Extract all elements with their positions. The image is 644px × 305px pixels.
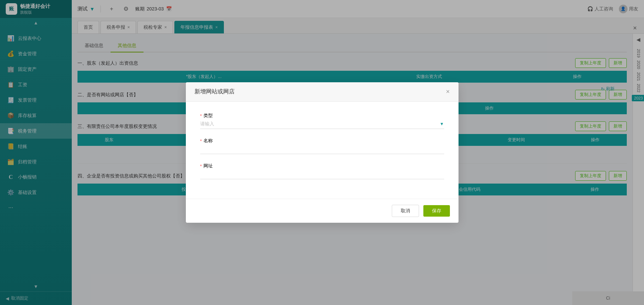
modal-title: 新增网站或网店 — [194, 88, 235, 96]
modal-overlay: 新增网站或网店 × * 类型 ▼ * 名称 — [0, 0, 644, 305]
form-row-type: * 类型 ▼ — [200, 112, 444, 129]
cancel-button[interactable]: 取消 — [392, 205, 419, 217]
type-input-wrap: ▼ — [200, 119, 444, 129]
type-input[interactable] — [200, 119, 444, 129]
modal-footer: 取消 保存 — [186, 199, 459, 223]
name-input[interactable] — [200, 144, 444, 154]
url-input[interactable] — [200, 169, 444, 179]
modal-header: 新增网站或网店 × — [186, 82, 459, 102]
required-mark: * — [200, 113, 202, 119]
modal-body: * 类型 ▼ * 名称 * — [186, 102, 459, 199]
name-input-wrap — [200, 144, 444, 154]
required-mark3: * — [200, 163, 202, 169]
dropdown-arrow-icon[interactable]: ▼ — [440, 121, 444, 126]
form-label-type: * 类型 — [200, 112, 444, 119]
required-mark2: * — [200, 138, 202, 144]
add-website-modal: 新增网站或网店 × * 类型 ▼ * 名称 — [186, 82, 459, 223]
form-label-url: * 网址 — [200, 163, 444, 169]
form-row-url: * 网址 — [200, 163, 444, 179]
form-label-name: * 名称 — [200, 138, 444, 144]
save-button[interactable]: 保存 — [423, 205, 450, 217]
modal-close-btn[interactable]: × — [446, 88, 450, 96]
url-input-wrap — [200, 169, 444, 179]
form-row-name: * 名称 — [200, 138, 444, 154]
